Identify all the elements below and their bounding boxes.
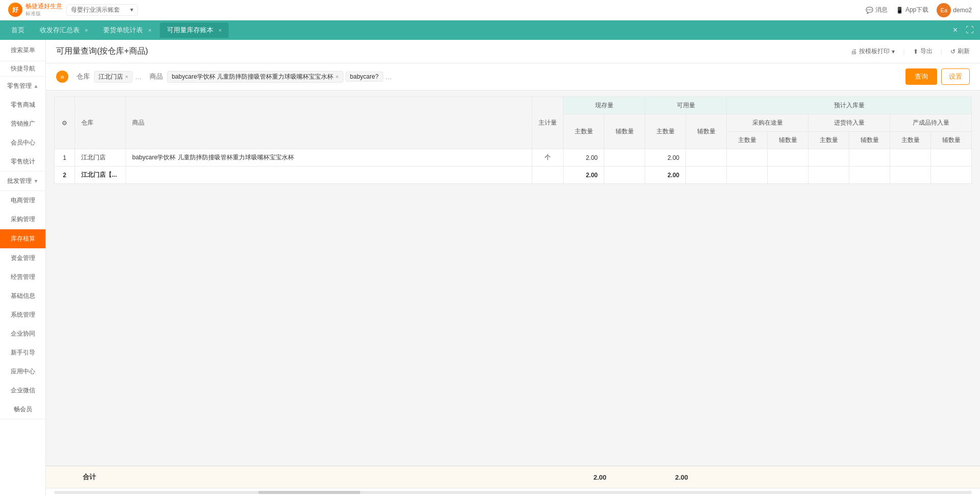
- sidebar-section-ecommerce: 电商管理 采购管理: [0, 191, 45, 229]
- chevron-down-icon: ▾: [130, 6, 133, 13]
- horizontal-scrollbar[interactable]: [46, 488, 980, 496]
- tab-available-inventory[interactable]: 可用量库存账本 ×: [160, 22, 229, 38]
- finance-label: 资金管理: [11, 254, 35, 263]
- sidebar-section-retail: 零售管理 ▲ 零售商城 营销推广 会员中心 零售统计: [0, 77, 45, 172]
- chevron-icon-2: ▼: [34, 178, 39, 184]
- export-label: 导出: [920, 47, 933, 56]
- maximize-btn[interactable]: ⛶: [964, 23, 976, 37]
- close-all-tabs-btn[interactable]: ×: [951, 23, 960, 37]
- message-btn[interactable]: 💬 消息: [866, 6, 888, 14]
- top-header: 好 畅捷通好生意 标准版 母婴行业演示账套 ▾ 💬 消息 📱 App下载 Ea …: [0, 0, 980, 20]
- member-label: 会员中心: [11, 138, 35, 147]
- export-btn[interactable]: ⬆ 导出: [913, 47, 933, 56]
- row-purchase-aux-1: [768, 149, 808, 167]
- refresh-btn[interactable]: ↺ 刷新: [950, 47, 970, 56]
- app-download-label: App下载: [905, 6, 928, 14]
- row-unit-2: [532, 167, 564, 184]
- refresh-label: 刷新: [958, 47, 970, 56]
- logo-area: 好 畅捷通好生意 标准版: [8, 3, 62, 17]
- app-download-btn[interactable]: 📱 App下载: [896, 6, 928, 14]
- setting-btn[interactable]: 设置: [941, 68, 970, 85]
- row-product-main-2: [890, 167, 931, 184]
- warehouse-filter-group: 仓库 江北门店 × …: [77, 71, 141, 83]
- tab-home[interactable]: 首页: [4, 22, 32, 38]
- warehouse-tag-label: 江北门店: [99, 73, 123, 81]
- marketing-label: 营销推广: [11, 120, 35, 128]
- h-scrollbar-thumb[interactable]: [258, 491, 360, 494]
- row-purchase-aux-2: [768, 167, 808, 184]
- sidebar-item-vip-member[interactable]: 畅会员: [0, 400, 45, 419]
- query-btn[interactable]: 查询: [905, 68, 937, 85]
- industry-selector[interactable]: 母婴行业演示账套 ▾: [66, 4, 138, 16]
- th-inbound-main: 主数量: [808, 132, 849, 149]
- inventory-label: 库存核算: [11, 234, 35, 243]
- system-label: 系统管理: [11, 311, 35, 319]
- tab-order-stats[interactable]: 要货单统计表 ×: [96, 22, 158, 38]
- sidebar-item-retail-mgmt[interactable]: 零售管理 ▲: [0, 77, 45, 96]
- header-right: 💬 消息 📱 App下载 Ea demo2: [866, 3, 972, 17]
- page-title: 可用量查询(按仓库+商品): [56, 46, 148, 57]
- wholesale-label: 批发管理: [7, 177, 32, 185]
- sidebar-item-basic-info[interactable]: 基础信息: [0, 287, 45, 305]
- sidebar-item-purchase[interactable]: 采购管理: [0, 210, 45, 229]
- tab-receipt-summary[interactable]: 收发存汇总表 ×: [33, 22, 95, 38]
- tab-close-order[interactable]: ×: [148, 27, 151, 33]
- content-area: 可用量查询(按仓库+商品) 🖨 按模板打印 ▾ | ⬆ 导出 | ↺ 刷新: [46, 40, 980, 496]
- sidebar-section-finance: 资金管理 经营管理 基础信息 系统管理 企业协同 新手引导 应用中心 企业微信: [0, 249, 45, 419]
- th-product-aux: 辅数量: [931, 132, 972, 149]
- user-area[interactable]: Ea demo2: [937, 3, 972, 17]
- sidebar-item-inventory[interactable]: 库存核算: [0, 229, 45, 248]
- message-icon: 💬: [866, 7, 873, 14]
- product-more-btn[interactable]: …: [385, 73, 392, 81]
- sidebar-item-ecommerce[interactable]: 电商管理: [0, 191, 45, 210]
- h-scrollbar-track[interactable]: [54, 491, 972, 494]
- sidebar-item-operation[interactable]: 经营管理: [0, 268, 45, 287]
- footer-stock-main: 2.00: [566, 474, 606, 481]
- sidebar-item-enterprise-wechat[interactable]: 企业微信: [0, 381, 45, 400]
- th-planned-group: 预计入库量: [727, 97, 972, 114]
- th-inbound-subgroup: 进货待入量: [808, 114, 890, 132]
- th-product: 商品: [126, 97, 532, 149]
- retail-mgmt-label: 零售管理: [7, 82, 32, 90]
- table-row: 2 江北门店【... 2.00 2.00: [55, 167, 972, 184]
- filter-expand-btn[interactable]: »: [56, 70, 68, 83]
- row-inbound-aux-1: [849, 149, 890, 167]
- tab-bar-actions: × ⛶: [951, 23, 976, 37]
- app-name: 畅捷通好生意: [26, 3, 62, 10]
- row-no-2: 2: [55, 167, 75, 184]
- sidebar-item-finance[interactable]: 资金管理: [0, 249, 45, 268]
- row-avail-aux-2: [686, 167, 727, 184]
- row-warehouse-1: 江北门店: [75, 149, 126, 167]
- sidebar-item-wholesale[interactable]: 批发管理 ▼: [0, 172, 45, 191]
- tab-close-receipt[interactable]: ×: [85, 27, 88, 33]
- phone-icon: 📱: [896, 7, 903, 14]
- app-version: 标准版: [26, 10, 62, 17]
- sidebar-item-new-guide[interactable]: 新手引导: [0, 343, 45, 362]
- warehouse-tags: 江北门店 × …: [94, 71, 141, 83]
- sidebar-item-member[interactable]: 会员中心: [0, 133, 45, 152]
- app-center-label: 应用中心: [11, 367, 35, 376]
- username: demo2: [953, 7, 972, 14]
- sidebar-item-enterprise-collab[interactable]: 企业协同: [0, 324, 45, 343]
- row-purchase-main-1: [727, 149, 768, 167]
- search-menu-btn[interactable]: 搜索菜单: [4, 44, 41, 57]
- inventory-table: ⚙ 仓库 商品 主计量 现存量 可用量 预计入库量 主数量 辅数量 主数量 辅数…: [54, 97, 972, 184]
- product-tag-label-1: babycare?: [350, 73, 379, 80]
- sidebar-item-marketing[interactable]: 营销推广: [0, 114, 45, 133]
- sidebar-item-retail-mall[interactable]: 零售商城: [0, 96, 45, 114]
- sidebar-item-app-center[interactable]: 应用中心: [0, 362, 45, 381]
- sidebar-item-retail-stats[interactable]: 零售统计: [0, 152, 45, 171]
- tab-close-inventory[interactable]: ×: [218, 27, 222, 33]
- template-print-btn[interactable]: 🖨 按模板打印 ▾: [851, 47, 895, 56]
- product-tag-close-btn-0[interactable]: ×: [335, 74, 338, 80]
- sidebar-item-system[interactable]: 系统管理: [0, 305, 45, 324]
- warehouse-tag-close-btn[interactable]: ×: [125, 74, 128, 80]
- retail-stats-label: 零售统计: [11, 157, 35, 166]
- th-inbound-aux: 辅数量: [849, 132, 890, 149]
- th-stock-group: 现存量: [564, 97, 645, 114]
- quick-nav-btn[interactable]: 快捷导航: [0, 61, 45, 77]
- product-tag-1: babycare?: [346, 72, 383, 82]
- th-avail-aux: 辅数量: [686, 114, 727, 149]
- warehouse-more-btn[interactable]: …: [135, 73, 141, 81]
- row-stock-main-1: 2.00: [564, 149, 604, 167]
